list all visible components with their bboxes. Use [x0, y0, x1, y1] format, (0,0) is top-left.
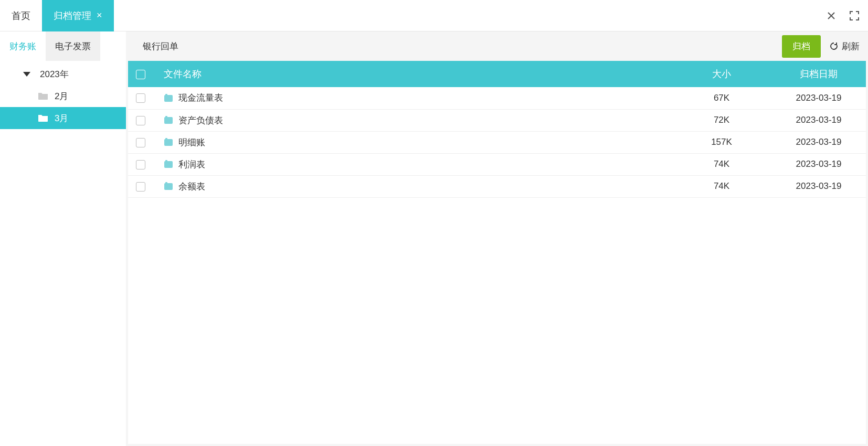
refresh-button[interactable]: 刷新 [829, 40, 860, 52]
file-date: 2023-03-19 [796, 115, 842, 125]
row-checkbox[interactable] [136, 160, 145, 169]
category-tabs: 财务账 电子发票 [0, 31, 126, 61]
archive-button-label: 归档 [792, 41, 810, 51]
file-date: 2023-03-19 [796, 159, 842, 169]
refresh-icon [829, 41, 839, 51]
file-icon [164, 160, 173, 169]
col-header-name[interactable]: 文件名称 [153, 61, 672, 87]
fullscreen-button[interactable] [848, 9, 861, 22]
tree-node-year[interactable]: 2023年 [0, 63, 126, 85]
file-name: 现金流量表 [178, 92, 223, 104]
left-panel: 财务账 电子发票 2023年 2月 [0, 31, 126, 446]
file-size: 72K [714, 115, 729, 125]
file-size: 67K [714, 93, 729, 103]
file-size: 74K [714, 159, 729, 169]
file-date: 2023-03-19 [796, 181, 842, 191]
toolbar: 银行回单 归档 刷新 [126, 31, 868, 61]
close-window-button[interactable] [825, 9, 838, 22]
close-icon [826, 10, 837, 21]
table-row[interactable]: 现金流量表 67K 2023-03-19 [128, 87, 866, 109]
category-tab-bank[interactable]: 银行回单 [133, 40, 188, 52]
chevron-down-icon [23, 72, 30, 77]
svg-rect-9 [165, 182, 167, 184]
tab-archive[interactable]: 归档管理 × [42, 0, 114, 31]
category-tab-label: 银行回单 [143, 40, 178, 52]
file-name: 利润表 [178, 158, 205, 171]
file-icon [164, 115, 173, 125]
svg-rect-3 [165, 116, 167, 118]
tree-month-label: 2月 [55, 90, 68, 102]
file-icon [164, 182, 173, 191]
archive-button[interactable]: 归档 [782, 35, 821, 58]
svg-rect-5 [165, 138, 167, 140]
svg-rect-6 [164, 161, 173, 168]
svg-rect-8 [164, 183, 173, 190]
close-icon[interactable]: × [97, 10, 102, 21]
table-row[interactable]: 资产负债表 72K 2023-03-19 [128, 109, 866, 131]
category-tab-label: 电子发票 [55, 40, 91, 52]
svg-rect-0 [164, 95, 173, 102]
select-all-checkbox[interactable] [136, 70, 145, 79]
row-checkbox[interactable] [136, 182, 145, 192]
file-date: 2023-03-19 [796, 137, 842, 147]
tab-home[interactable]: 首页 [0, 0, 42, 31]
svg-rect-4 [164, 139, 173, 146]
file-name: 明细账 [178, 136, 205, 148]
col-header-size[interactable]: 大小 [672, 61, 771, 87]
svg-rect-7 [165, 160, 167, 162]
tree-node-month[interactable]: 2月 [0, 85, 126, 107]
tree-month-label: 3月 [55, 112, 68, 124]
table-row[interactable]: 余额表 74K 2023-03-19 [128, 175, 866, 197]
svg-rect-2 [164, 117, 173, 124]
category-tab-einvoice[interactable]: 电子发票 [46, 31, 100, 61]
file-name: 资产负债表 [178, 114, 223, 126]
tab-home-label: 首页 [12, 9, 30, 22]
folder-icon [38, 114, 48, 122]
category-tab-finance[interactable]: 财务账 [0, 31, 46, 61]
table-header-row: 文件名称 大小 归档日期 [128, 61, 866, 87]
file-size: 157K [711, 137, 732, 147]
tree-year-label: 2023年 [40, 68, 69, 80]
file-name: 余额表 [178, 180, 205, 193]
file-date: 2023-03-19 [796, 93, 842, 103]
svg-rect-1 [165, 94, 167, 95]
refresh-button-label: 刷新 [842, 40, 860, 52]
top-tab-bar: 首页 归档管理 × [0, 0, 868, 31]
table-row[interactable]: 利润表 74K 2023-03-19 [128, 153, 866, 175]
col-header-date[interactable]: 归档日期 [771, 61, 866, 87]
file-icon [164, 93, 173, 103]
row-checkbox[interactable] [136, 138, 145, 147]
fullscreen-icon [849, 10, 860, 21]
folder-icon [38, 92, 48, 100]
tab-archive-label: 归档管理 [54, 9, 91, 22]
row-checkbox[interactable] [136, 93, 145, 103]
file-table: 文件名称 大小 归档日期 现金流量表 67K 2023-03-19 [128, 61, 866, 198]
file-icon [164, 137, 173, 147]
file-size: 74K [714, 181, 729, 191]
row-checkbox[interactable] [136, 116, 145, 125]
tree-node-month[interactable]: 3月 [0, 107, 126, 129]
right-panel: 银行回单 归档 刷新 文件名称 大小 [126, 31, 868, 446]
category-tab-label: 财务账 [9, 40, 36, 52]
table-row[interactable]: 明细账 157K 2023-03-19 [128, 131, 866, 153]
folder-tree: 2023年 2月 3月 [0, 61, 126, 129]
